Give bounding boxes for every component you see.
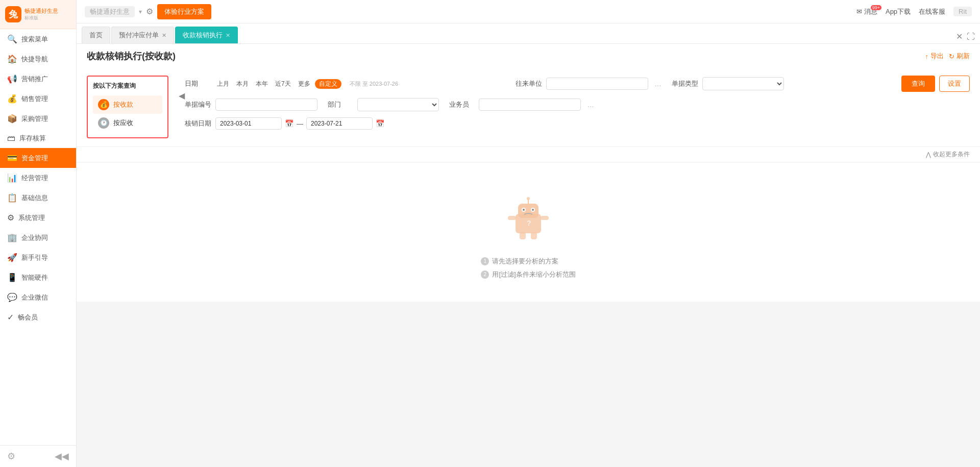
collapse-more-button[interactable]: ⋀ 收起更多条件: [926, 150, 970, 159]
doctype-select[interactable]: [702, 77, 784, 90]
tab-maximize-button[interactable]: ⛶: [967, 32, 975, 41]
writeoff-end-input[interactable]: [306, 117, 373, 130]
tab-prepay-label: 预付冲应付单: [119, 31, 159, 40]
sidebar-item-weixin[interactable]: 💬 企业微信: [0, 287, 76, 307]
sidebar: 兔 畅捷通好生意 标准版 🔍 搜索菜单 🏠 快捷导航 📢 营销推广 💰 销售管理…: [0, 0, 77, 467]
setting-button[interactable]: 设置: [939, 76, 970, 92]
topbar-right: ✉ 消息 99+ App下载 在线客服 Rit: [856, 7, 972, 16]
staff-input[interactable]: [479, 99, 581, 111]
docno-group: 单据编号: [185, 99, 317, 111]
query-setting-buttons: 查询 设置: [901, 76, 970, 92]
date-this-year-btn[interactable]: 本年: [253, 79, 271, 89]
date-last-month-btn[interactable]: 上月: [214, 79, 232, 89]
app-download-link[interactable]: App下载: [886, 7, 911, 16]
filter-sidebar-collapse-btn[interactable]: ◀: [179, 76, 185, 101]
writeoff-date-group: 核销日期 📅 — 📅: [185, 117, 384, 130]
docno-input[interactable]: [215, 99, 317, 111]
empty-tip-row-2: 2 用[过滤]条件来缩小分析范围: [481, 268, 575, 281]
empty-tips: 1 请先选择要分析的方案 2 用[过滤]条件来缩小分析范围: [481, 255, 575, 281]
tab-prepay[interactable]: 预付冲应付单 ✕: [111, 27, 174, 43]
svg-rect-1: [518, 204, 538, 218]
counterpart-label: 往来单位: [516, 79, 542, 88]
tab-home[interactable]: 首页: [82, 27, 110, 43]
writeoff-end-cal-icon[interactable]: 📅: [376, 119, 384, 128]
filter-by-receivable[interactable]: 🕐 按应收: [93, 114, 162, 132]
writeoff-start-input[interactable]: [215, 117, 282, 130]
inventory-icon: 🗃: [7, 134, 15, 143]
message-badge[interactable]: ✉ 消息 99+: [856, 7, 877, 16]
sales-icon: 💰: [7, 94, 17, 104]
sidebar-item-system[interactable]: ⚙ 系统管理: [0, 208, 76, 228]
tip-text-1: 请先选择要分析的方案: [492, 255, 558, 268]
sidebar-item-search[interactable]: 🔍 搜索菜单: [0, 29, 76, 49]
filter-row-2: 单据编号 部门 业务员 …: [185, 98, 970, 111]
topbar-left: 畅捷通好生意 ▾ ⚙ 体验行业方案: [85, 4, 211, 19]
writeoff-date-label: 核销日期: [185, 119, 211, 128]
docno-label: 单据编号: [185, 100, 211, 109]
tab-receipt-offset-close-icon[interactable]: ✕: [226, 32, 230, 39]
sidebar-item-label: 畅会员: [18, 313, 38, 322]
svg-rect-9: [531, 232, 537, 239]
collapse-up-icon: ⋀: [926, 151, 931, 158]
topbar-brand: 畅捷通好生意: [85, 6, 135, 17]
content-area: 收款核销执行(按收款) ↑ 导出 ↻ 刷新 按以下方案查询: [77, 44, 980, 467]
user-info[interactable]: Rit: [953, 7, 972, 16]
date-more-btn[interactable]: 更多: [296, 79, 313, 89]
tab-receipt-offset-label: 收款核销执行: [183, 31, 223, 40]
tab-prepay-close-icon[interactable]: ✕: [162, 32, 166, 39]
filter-row-1: 日期 上月 本月 本年 近7天 更多 自定义 不限 至 2023-07-26: [185, 76, 970, 92]
staff-group: 业务员 …: [449, 99, 594, 111]
date-custom-btn[interactable]: 自定义: [315, 79, 341, 89]
svg-rect-6: [508, 216, 516, 220]
sidebar-item-label: 采购管理: [21, 114, 48, 124]
sidebar-item-basic[interactable]: 📋 基础信息: [0, 188, 76, 208]
sidebar-item-enterprise[interactable]: 🏢 企业协同: [0, 228, 76, 248]
refresh-button[interactable]: ↻ 刷新: [949, 52, 970, 61]
date-7days-btn[interactable]: 近7天: [273, 79, 293, 89]
sidebar-item-label: 资金管理: [21, 154, 48, 163]
sidebar-collapse-btn[interactable]: ◀◀: [55, 451, 69, 462]
tabs-bar: 首页 预付冲应付单 ✕ 收款核销执行 ✕ ✕ ⛶: [77, 23, 980, 44]
sidebar-item-label: 基础信息: [21, 193, 48, 203]
sidebar-item-label: 快捷导航: [21, 55, 48, 64]
sidebar-item-inventory[interactable]: 🗃 库存核算: [0, 129, 76, 148]
date-this-month-btn[interactable]: 本月: [234, 79, 251, 89]
counterpart-group: 往来单位 …: [516, 78, 662, 90]
dept-select[interactable]: [357, 98, 439, 111]
doctype-label: 单据类型: [672, 79, 698, 88]
marketing-icon: 📢: [7, 74, 17, 84]
writeoff-date-range: 📅 — 📅: [215, 117, 384, 130]
dept-label: 部门: [328, 100, 353, 109]
guide-icon: 🚀: [7, 253, 17, 262]
sidebar-item-hardware[interactable]: 📱 智能硬件: [0, 267, 76, 287]
sidebar-item-finance[interactable]: 💳 资金管理: [0, 148, 76, 168]
sidebar-item-guide[interactable]: 🚀 新手引导: [0, 248, 76, 267]
operation-icon: 📊: [7, 173, 17, 183]
tab-receipt-offset[interactable]: 收款核销执行 ✕: [175, 27, 238, 43]
staff-more-icon[interactable]: …: [587, 101, 594, 109]
sidebar-item-sales[interactable]: 💰 销售管理: [0, 89, 76, 109]
solution-button[interactable]: 体验行业方案: [157, 4, 211, 19]
sidebar-item-marketing[interactable]: 📢 营销推广: [0, 69, 76, 89]
topbar-gear-icon[interactable]: ⚙: [146, 7, 153, 16]
sidebar-item-member[interactable]: ✓ 畅会员: [0, 307, 76, 327]
sidebar-item-label: 系统管理: [18, 213, 45, 223]
sidebar-item-label: 经营管理: [21, 174, 48, 183]
counterpart-more-icon[interactable]: …: [654, 80, 662, 88]
purchase-icon: 📦: [7, 114, 17, 124]
filter-row-3: 核销日期 📅 — 📅: [185, 117, 970, 130]
sidebar-item-purchase[interactable]: 📦 采购管理: [0, 109, 76, 129]
export-button[interactable]: ↑ 导出: [925, 52, 944, 61]
date-hint: 不限 至 2023-07-26: [350, 80, 398, 88]
sidebar-item-operation[interactable]: 📊 经营管理: [0, 168, 76, 188]
query-button[interactable]: 查询: [901, 76, 935, 92]
tab-home-label: 首页: [89, 31, 103, 40]
writeoff-start-cal-icon[interactable]: 📅: [285, 119, 293, 128]
counterpart-input[interactable]: [546, 78, 648, 90]
tab-close-all-button[interactable]: ✕: [956, 32, 963, 41]
online-service-link[interactable]: 在线客服: [919, 7, 945, 16]
sidebar-item-quick-nav[interactable]: 🏠 快捷导航: [0, 49, 76, 69]
tabs-controls: ✕ ⛶: [956, 32, 975, 43]
sidebar-gear-icon[interactable]: ⚙: [7, 451, 15, 462]
filter-by-receipt[interactable]: 💰 按收款: [93, 95, 162, 114]
